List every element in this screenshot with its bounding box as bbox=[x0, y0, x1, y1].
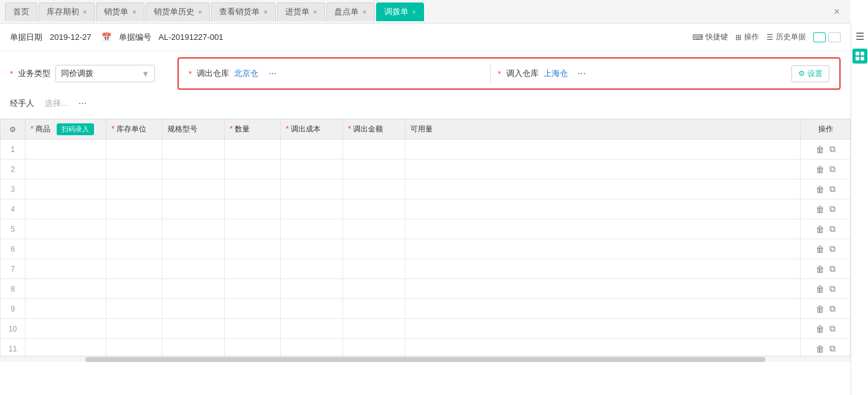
cell-product[interactable] bbox=[26, 259, 106, 279]
operations-button[interactable]: ⊞ 操作 bbox=[735, 32, 759, 42]
delete-icon[interactable]: 🗑 bbox=[816, 304, 824, 314]
tab-close-transfer[interactable]: × bbox=[412, 8, 416, 16]
cell-cost[interactable] bbox=[281, 259, 343, 279]
cell-qty[interactable] bbox=[225, 339, 281, 356]
cell-unit[interactable] bbox=[106, 140, 163, 159]
copy-icon[interactable]: ⧉ bbox=[829, 184, 836, 194]
cell-unit[interactable] bbox=[106, 339, 163, 356]
tab-inventory-init[interactable]: 库存期初 × bbox=[39, 2, 95, 21]
date-value[interactable]: 2019-12-27 bbox=[50, 32, 92, 42]
tab-close-sales-history[interactable]: × bbox=[198, 8, 202, 16]
tab-close-inventory-count[interactable]: × bbox=[362, 8, 366, 16]
cell-cost[interactable] bbox=[281, 179, 343, 199]
cell-unit[interactable] bbox=[106, 279, 163, 299]
tab-transfer[interactable]: 调拨单 × bbox=[376, 2, 424, 21]
cell-unit[interactable] bbox=[106, 179, 163, 199]
cell-cost[interactable] bbox=[281, 140, 343, 159]
layout-btn-1[interactable] bbox=[813, 32, 826, 42]
cell-amount[interactable] bbox=[343, 319, 405, 339]
cell-qty[interactable] bbox=[225, 159, 281, 179]
person-select[interactable]: 选择... bbox=[39, 95, 73, 112]
cell-qty[interactable] bbox=[225, 319, 281, 339]
cell-qty[interactable] bbox=[225, 259, 281, 279]
tab-purchase-order[interactable]: 进货单 × bbox=[277, 2, 325, 21]
copy-icon[interactable]: ⧉ bbox=[829, 264, 836, 274]
cell-spec[interactable] bbox=[163, 299, 225, 319]
cell-unit[interactable] bbox=[106, 199, 163, 219]
cell-spec[interactable] bbox=[163, 159, 225, 179]
cell-cost[interactable] bbox=[281, 219, 343, 239]
copy-icon[interactable]: ⧉ bbox=[829, 323, 836, 334]
cell-product[interactable] bbox=[26, 179, 106, 199]
copy-icon[interactable]: ⧉ bbox=[829, 164, 836, 174]
cell-amount[interactable] bbox=[343, 339, 405, 356]
cell-amount[interactable] bbox=[343, 140, 405, 159]
cell-spec[interactable] bbox=[163, 319, 225, 339]
table-settings-icon[interactable]: ⚙ bbox=[9, 125, 16, 134]
cell-amount[interactable] bbox=[343, 259, 405, 279]
delete-icon[interactable]: 🗑 bbox=[816, 344, 824, 354]
cell-available[interactable] bbox=[405, 299, 801, 319]
cell-cost[interactable] bbox=[281, 279, 343, 299]
window-close-button[interactable]: × bbox=[828, 3, 846, 21]
cell-amount[interactable] bbox=[343, 239, 405, 259]
cell-available[interactable] bbox=[405, 239, 801, 259]
cell-cost[interactable] bbox=[281, 159, 343, 179]
delete-icon[interactable]: 🗑 bbox=[816, 184, 824, 194]
delete-icon[interactable]: 🗑 bbox=[816, 244, 824, 254]
scroll-thumb[interactable] bbox=[85, 357, 766, 362]
cell-cost[interactable] bbox=[281, 199, 343, 219]
cell-product[interactable] bbox=[26, 140, 106, 159]
cell-amount[interactable] bbox=[343, 219, 405, 239]
warehouse-in-more-button[interactable]: ··· bbox=[578, 68, 586, 79]
sidebar-expand-icon[interactable] bbox=[852, 49, 867, 64]
cell-product[interactable] bbox=[26, 319, 106, 339]
cell-spec[interactable] bbox=[163, 179, 225, 199]
warehouse-in-value[interactable]: 上海仓 bbox=[544, 68, 568, 79]
cell-qty[interactable] bbox=[225, 299, 281, 319]
shortcuts-button[interactable]: ⌨ 快捷键 bbox=[692, 32, 728, 42]
cell-qty[interactable] bbox=[225, 279, 281, 299]
cell-qty[interactable] bbox=[225, 140, 281, 159]
cell-product[interactable] bbox=[26, 239, 106, 259]
cell-unit[interactable] bbox=[106, 159, 163, 179]
cell-spec[interactable] bbox=[163, 219, 225, 239]
cell-product[interactable] bbox=[26, 279, 106, 299]
person-more-button[interactable]: ··· bbox=[78, 98, 87, 109]
tab-sales-order[interactable]: 销货单 × bbox=[96, 2, 144, 21]
cell-available[interactable] bbox=[405, 319, 801, 339]
tab-close-sales-order[interactable]: × bbox=[132, 8, 136, 16]
delete-icon[interactable]: 🗑 bbox=[816, 204, 824, 214]
cell-qty[interactable] bbox=[225, 239, 281, 259]
cell-cost[interactable] bbox=[281, 299, 343, 319]
tab-close-purchase-order[interactable]: × bbox=[313, 8, 317, 16]
delete-icon[interactable]: 🗑 bbox=[816, 145, 824, 155]
copy-icon[interactable]: ⧉ bbox=[829, 144, 836, 155]
cell-qty[interactable] bbox=[225, 179, 281, 199]
copy-icon[interactable]: ⧉ bbox=[829, 343, 836, 354]
tab-close-view-sales[interactable]: × bbox=[263, 8, 267, 16]
cell-spec[interactable] bbox=[163, 140, 225, 159]
cell-spec[interactable] bbox=[163, 239, 225, 259]
horizontal-scrollbar[interactable] bbox=[0, 356, 851, 362]
cell-available[interactable] bbox=[405, 140, 801, 159]
cell-amount[interactable] bbox=[343, 159, 405, 179]
cell-available[interactable] bbox=[405, 339, 801, 356]
tab-sales-history[interactable]: 销货单历史 × bbox=[146, 2, 210, 21]
delete-icon[interactable]: 🗑 bbox=[816, 224, 824, 234]
cell-spec[interactable] bbox=[163, 279, 225, 299]
copy-icon[interactable]: ⧉ bbox=[829, 283, 836, 294]
calendar-icon[interactable]: 📅 bbox=[101, 32, 111, 42]
cell-cost[interactable] bbox=[281, 339, 343, 356]
tab-home[interactable]: 首页 bbox=[5, 2, 37, 21]
warehouse-out-more-button[interactable]: ··· bbox=[268, 68, 276, 79]
tab-view-sales[interactable]: 查看销货单 × bbox=[211, 2, 275, 21]
copy-icon[interactable]: ⧉ bbox=[829, 303, 836, 314]
cell-qty[interactable] bbox=[225, 219, 281, 239]
cell-available[interactable] bbox=[405, 159, 801, 179]
cell-cost[interactable] bbox=[281, 239, 343, 259]
delete-icon[interactable]: 🗑 bbox=[816, 164, 824, 174]
cell-amount[interactable] bbox=[343, 279, 405, 299]
cell-amount[interactable] bbox=[343, 199, 405, 219]
cell-available[interactable] bbox=[405, 199, 801, 219]
